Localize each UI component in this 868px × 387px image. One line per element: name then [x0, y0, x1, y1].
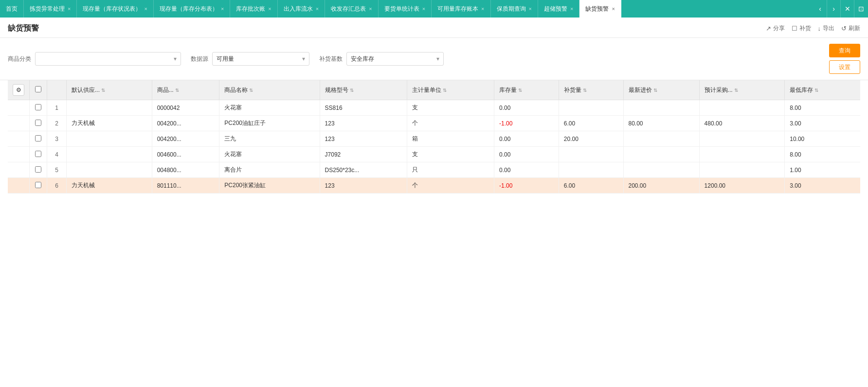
- tab-batch[interactable]: 库存批次账×: [230, 0, 277, 18]
- row-check-3[interactable]: [30, 147, 47, 162]
- datasource-select[interactable]: 可用量 ▾: [212, 52, 309, 66]
- query-button[interactable]: 查询: [829, 44, 860, 57]
- row-est-purchase-4: [699, 162, 785, 178]
- tab-label: 保质期查询: [497, 5, 526, 13]
- row-checkbox-1[interactable]: [35, 120, 41, 126]
- select-all-checkbox[interactable]: [35, 86, 41, 92]
- th-min-stock-label: 最低库存: [790, 86, 813, 94]
- tab-close-icon[interactable]: ×: [570, 6, 573, 12]
- th-unit-label: 主计量单位: [412, 86, 441, 94]
- tab-close-btn[interactable]: ✕: [841, 0, 854, 18]
- tab-close-icon[interactable]: ×: [612, 6, 615, 12]
- tab-label: 现存量（库存状况表）: [83, 5, 141, 13]
- row-checkbox-0[interactable]: [35, 104, 41, 110]
- row-min-stock-5: 3.00: [785, 178, 860, 194]
- tab-close-icon[interactable]: ×: [529, 6, 532, 12]
- row-name-2: 三九: [219, 131, 320, 147]
- tab-close-icon[interactable]: ×: [144, 6, 147, 12]
- export-btn[interactable]: ↓ 导出: [818, 24, 835, 33]
- row-est-purchase-0: [699, 100, 785, 116]
- row-min-stock-4: 1.00: [785, 162, 860, 178]
- tab-close-icon[interactable]: ×: [481, 6, 484, 12]
- replenish-base-select[interactable]: 安全库存 ▾: [346, 52, 444, 66]
- row-checkbox-4[interactable]: [35, 166, 41, 173]
- th-product-code: 商品... ⇅: [152, 80, 219, 100]
- row-supplier-3: [67, 147, 152, 162]
- row-checkbox-2[interactable]: [35, 135, 41, 141]
- row-check-0[interactable]: [30, 100, 47, 116]
- tab-close-icon[interactable]: ×: [369, 6, 372, 12]
- tab-collect[interactable]: 收发存汇总表×: [325, 0, 378, 18]
- table-row: 5 004800... 离合片 DS250*23c... 只 0.00 1.00: [8, 162, 860, 178]
- row-stock-2: 0.00: [494, 131, 559, 147]
- tab-expand-btn[interactable]: ⊡: [854, 0, 868, 18]
- sort-unit-icon: ⇅: [443, 88, 447, 93]
- row-unit-2: 箱: [407, 131, 494, 147]
- datasource-arrow-icon: ▾: [302, 55, 305, 62]
- tab-home[interactable]: 首页: [0, 0, 24, 18]
- share-btn[interactable]: ↗ 分享: [766, 24, 785, 33]
- category-arrow-icon: ▾: [174, 55, 177, 62]
- row-stock-0: 0.00: [494, 100, 559, 116]
- refresh-icon: ↺: [841, 25, 847, 32]
- tab-order-stat[interactable]: 要货单统计表×: [379, 0, 432, 18]
- row-check-5[interactable]: [30, 178, 47, 194]
- replenish-btn[interactable]: ☐ 补货: [792, 24, 811, 33]
- row-unit-5: 个: [407, 178, 494, 194]
- tab-prev-btn[interactable]: ‹: [814, 0, 827, 18]
- th-latest-price: 最新进价 ⇅: [623, 80, 699, 100]
- tab-close-icon[interactable]: ×: [221, 6, 224, 12]
- th-spec-label: 规格型号: [325, 86, 348, 94]
- settings-button[interactable]: 设置: [829, 60, 860, 74]
- row-num-0: 1: [47, 100, 67, 116]
- row-replenish-3: [559, 147, 623, 162]
- row-checkbox-5[interactable]: [35, 182, 41, 188]
- row-check-1[interactable]: [30, 116, 47, 131]
- tab-overstock[interactable]: 超储预警×: [538, 0, 579, 18]
- category-select[interactable]: ▾: [35, 52, 181, 66]
- row-min-stock-1: 3.00: [785, 116, 860, 131]
- row-supplier-1: 力天机械: [67, 116, 152, 131]
- row-latest-price-4: [623, 162, 699, 178]
- th-spec: 规格型号 ⇅: [320, 80, 407, 100]
- column-settings-btn[interactable]: ⚙: [13, 84, 24, 96]
- row-code-3: 004600...: [152, 147, 219, 162]
- row-check-4[interactable]: [30, 162, 47, 178]
- tab-label: 缺货预警: [585, 5, 609, 13]
- row-name-4: 离合片: [219, 162, 320, 178]
- th-product-name-label: 商品名称: [224, 86, 248, 94]
- row-stock-5: -1.00: [494, 178, 559, 194]
- tab-label: 要货单统计表: [384, 5, 419, 13]
- tab-next-btn[interactable]: ›: [827, 0, 841, 18]
- sort-min-icon: ⇅: [814, 88, 818, 93]
- filter-datasource: 数据源 可用量 ▾: [191, 52, 309, 66]
- tab-exception[interactable]: 拣货异常处理×: [24, 0, 77, 18]
- page-title: 缺货预警: [8, 23, 39, 34]
- data-table: ⚙ 默认供应... ⇅ 商品...: [8, 80, 860, 194]
- tab-close-icon[interactable]: ×: [422, 6, 425, 12]
- tab-expire[interactable]: 保质期查询×: [491, 0, 538, 18]
- tab-inout[interactable]: 出入库流水×: [278, 0, 325, 18]
- tab-close-icon[interactable]: ×: [68, 6, 71, 12]
- tab-avail-book[interactable]: 可用量库存账本×: [432, 0, 490, 18]
- row-latest-price-1: 80.00: [623, 116, 699, 131]
- tab-close-icon[interactable]: ×: [268, 6, 271, 12]
- filter-bar: 商品分类 ▾ 数据源 可用量 ▾ 补货基数 安全库存 ▾ 查询 设置: [0, 38, 868, 80]
- sort-name-icon: ⇅: [249, 88, 253, 93]
- row-check-2[interactable]: [30, 131, 47, 147]
- th-settings: ⚙: [8, 80, 30, 100]
- tab-stock-status[interactable]: 现存量（库存状况表）×: [77, 0, 153, 18]
- refresh-btn[interactable]: ↺ 刷新: [841, 24, 860, 33]
- row-replenish-4: [559, 162, 623, 178]
- sort-code-icon: ⇅: [175, 88, 179, 93]
- table-row: 3 004200... 三九 123 箱 0.00 20.00 10.00: [8, 131, 860, 147]
- export-icon: ↓: [818, 25, 821, 32]
- tab-shortage[interactable]: 缺货预警×: [579, 0, 621, 18]
- row-checkbox-3[interactable]: [35, 151, 41, 157]
- main-content: 缺货预警 ↗ 分享 ☐ 补货 ↓ 导出 ↺ 刷新 商品分类: [0, 18, 868, 387]
- header-actions: ↗ 分享 ☐ 补货 ↓ 导出 ↺ 刷新: [766, 24, 861, 33]
- tab-stock-dist[interactable]: 现存量（库存分布表）×: [154, 0, 230, 18]
- page-header: 缺货预警 ↗ 分享 ☐ 补货 ↓ 导出 ↺ 刷新: [0, 18, 868, 38]
- filter-actions: 查询 设置: [829, 44, 860, 74]
- tab-close-icon[interactable]: ×: [316, 6, 319, 12]
